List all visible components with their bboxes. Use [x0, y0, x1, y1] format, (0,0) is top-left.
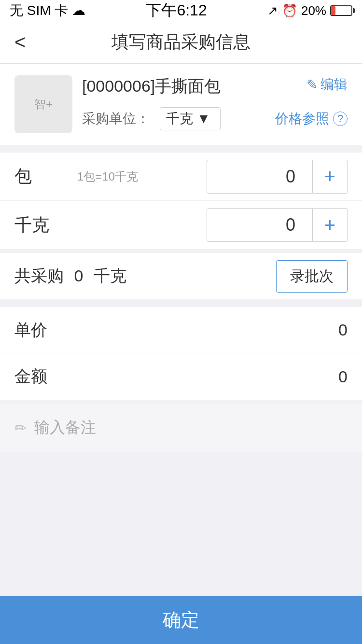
back-button[interactable]: <	[14, 27, 35, 58]
unit-value: 千克	[166, 110, 193, 128]
total-unit: 千克	[94, 266, 126, 285]
bao-row: 包 1包=10千克 +	[0, 153, 362, 201]
bao-input[interactable]	[207, 160, 313, 194]
edit-button[interactable]: ✎ 编辑	[306, 75, 348, 94]
total-section: 共采购 0 千克 录批次	[0, 253, 362, 299]
divider-2	[0, 303, 362, 307]
note-section[interactable]: ✏ 输入备注	[0, 404, 362, 452]
bao-label: 包	[14, 165, 72, 188]
quantities-section: 包 1包=10千克 + 千克 +	[0, 153, 362, 249]
location-icon: ↗	[267, 3, 278, 18]
price-ref-button[interactable]: 价格参照 ?	[275, 110, 348, 128]
status-bar: 无 SIM 卡 ☁ 下午6:12 ↗ ⏰ 20%	[0, 0, 362, 21]
total-text: 共采购 0 千克	[14, 265, 126, 287]
total-amount: 0	[74, 266, 83, 285]
kg-input-wrap: +	[72, 208, 348, 242]
unit-left: 采购单位： 千克 ▼	[82, 107, 221, 130]
kg-plus-button[interactable]: +	[313, 208, 348, 242]
kg-row: 千克 +	[0, 201, 362, 249]
thumbnail-label: 智+	[34, 97, 53, 112]
total-row: 共采购 0 千克 录批次	[0, 253, 362, 299]
bao-input-wrap: +	[138, 160, 348, 194]
amount-label: 金额	[14, 365, 47, 388]
battery-percent: 20%	[301, 3, 326, 18]
unit-price-value: 0	[338, 321, 348, 339]
batch-button[interactable]: 录批次	[276, 260, 348, 293]
bao-sublabel: 1包=10千克	[77, 169, 138, 184]
chevron-down-icon: ▼	[197, 111, 210, 126]
status-left: 无 SIM 卡 ☁	[10, 1, 85, 20]
nav-bar: < 填写商品采购信息	[0, 21, 362, 64]
pencil-icon: ✏	[14, 420, 27, 436]
amount-row: 金额 0	[0, 353, 362, 400]
product-header: [0000006]手撕面包 ✎ 编辑	[82, 75, 348, 98]
status-time: 下午6:12	[146, 0, 207, 21]
edit-label: 编辑	[320, 75, 348, 94]
unit-label: 采购单位：	[82, 111, 150, 126]
note-placeholder: 输入备注	[34, 417, 96, 438]
total-label: 共采购	[14, 266, 64, 285]
status-right: ↗ ⏰ 20%	[267, 3, 352, 18]
sim-status: 无 SIM 卡 ☁	[10, 1, 85, 20]
unit-price-row: 单价 0	[0, 307, 362, 353]
kg-input[interactable]	[207, 208, 313, 242]
battery-fill	[331, 6, 335, 15]
product-unit: 采购单位： 千克 ▼ 价格参照 ?	[82, 107, 348, 130]
content-area: 智+ [0000006]手撕面包 ✎ 编辑 采购单位： 千克 ▼	[0, 64, 362, 504]
product-thumbnail: 智+	[14, 75, 72, 133]
product-info: [0000006]手撕面包 ✎ 编辑 采购单位： 千克 ▼ 价格参照 ?	[82, 75, 348, 130]
unit-price-label: 单价	[14, 319, 47, 341]
confirm-button[interactable]: 确定	[0, 596, 362, 644]
alarm-icon: ⏰	[282, 3, 297, 18]
unit-select[interactable]: 千克 ▼	[160, 107, 221, 130]
product-card: 智+ [0000006]手撕面包 ✎ 编辑 采购单位： 千克 ▼	[0, 64, 362, 149]
amount-value: 0	[338, 367, 348, 386]
price-ref-label: 价格参照	[275, 110, 329, 128]
divider-1	[0, 149, 362, 153]
info-icon: ?	[333, 112, 348, 126]
price-info-section: 单价 0 金额 0	[0, 307, 362, 400]
product-name: [0000006]手撕面包	[82, 75, 221, 98]
kg-label: 千克	[14, 213, 72, 237]
edit-icon: ✎	[306, 77, 318, 93]
bao-plus-button[interactable]: +	[313, 160, 348, 194]
page-title: 填写商品采购信息	[111, 30, 251, 54]
battery-icon	[330, 5, 352, 16]
